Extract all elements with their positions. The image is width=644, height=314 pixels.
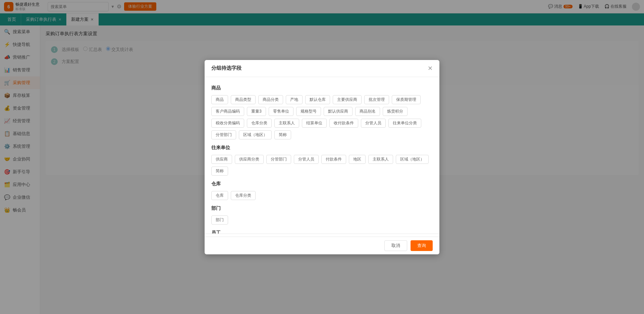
- tag-goods-16[interactable]: 仓库分类: [247, 119, 272, 128]
- tag-warehouse-1[interactable]: 仓库分类: [231, 191, 256, 200]
- modal-close-btn[interactable]: ✕: [428, 65, 433, 72]
- section-title-partner: 往来单位: [211, 145, 433, 151]
- tag-warehouse-0[interactable]: 仓库: [211, 191, 228, 200]
- tag-goods-4[interactable]: 默认仓库: [305, 95, 330, 104]
- tag-partner-5[interactable]: 地区: [349, 155, 366, 164]
- tag-department-0[interactable]: 部门: [211, 215, 228, 225]
- tag-goods-7[interactable]: 保质期管理: [392, 95, 421, 104]
- tag-partner-1[interactable]: 供应商分类: [235, 155, 264, 164]
- section-title-department: 部门: [211, 205, 433, 211]
- tag-partner-3[interactable]: 分管人员: [294, 155, 319, 164]
- tag-goods-21[interactable]: 往来单位分类: [388, 119, 421, 128]
- section-title-warehouse: 仓库: [211, 181, 433, 187]
- tag-goods-0[interactable]: 商品: [211, 95, 228, 104]
- tag-goods-18[interactable]: 结算单位: [302, 119, 327, 128]
- tag-partner-4[interactable]: 付款条件: [321, 155, 346, 164]
- tag-goods-19[interactable]: 收付款条件: [329, 119, 358, 128]
- tag-goods-20[interactable]: 分管人员: [361, 119, 386, 128]
- tag-grid-warehouse: 仓库 仓库分类: [211, 191, 433, 200]
- section-title-goods: 商品: [211, 85, 433, 91]
- tag-goods-9[interactable]: 重量3: [247, 107, 266, 116]
- tag-goods-12[interactable]: 默认供应商: [324, 107, 353, 116]
- modal-overlay: 分组待选字段 ✕ 商品 商品 商品类型 商品分类 产地 默认仓库 主要供应商 批…: [0, 0, 644, 314]
- tag-grid-department: 部门: [211, 215, 433, 225]
- tag-goods-11[interactable]: 规格型号: [296, 107, 321, 116]
- tag-partner-7[interactable]: 区域（地区）: [396, 155, 429, 164]
- tag-goods-17[interactable]: 主联系人: [274, 119, 299, 128]
- tag-goods-24[interactable]: 简称: [274, 130, 291, 139]
- tag-goods-22[interactable]: 分管部门: [211, 130, 236, 139]
- modal-body: 商品 商品 商品类型 商品分类 产地 默认仓库 主要供应商 批次管理 保质期管理…: [205, 77, 439, 234]
- tag-grid-goods: 商品 商品类型 商品分类 产地 默认仓库 主要供应商 批次管理 保质期管理 客户…: [211, 95, 433, 139]
- tag-goods-2[interactable]: 商品分类: [258, 95, 283, 104]
- section-title-employee: 员工: [211, 230, 433, 234]
- tag-goods-23[interactable]: 区域（地区）: [239, 130, 272, 139]
- tag-goods-3[interactable]: 产地: [286, 95, 303, 104]
- tag-goods-13[interactable]: 商品别名: [355, 107, 380, 116]
- tag-goods-14[interactable]: 炼货积分: [383, 107, 408, 116]
- cancel-btn[interactable]: 取消: [384, 240, 407, 251]
- tag-partner-8[interactable]: 简称: [211, 167, 228, 176]
- modal-footer: 取消 查询: [205, 237, 439, 254]
- tag-partner-6[interactable]: 主联系人: [368, 155, 393, 164]
- tag-goods-10[interactable]: 零售单位: [269, 107, 293, 116]
- tag-goods-6[interactable]: 批次管理: [364, 95, 389, 104]
- field-select-modal: 分组待选字段 ✕ 商品 商品 商品类型 商品分类 产地 默认仓库 主要供应商 批…: [205, 60, 439, 254]
- modal-title: 分组待选字段: [211, 65, 241, 71]
- tag-goods-8[interactable]: 客户商品编码: [211, 107, 244, 116]
- modal-header: 分组待选字段 ✕: [205, 60, 439, 77]
- tag-partner-2[interactable]: 分管部门: [266, 155, 291, 164]
- tag-goods-5[interactable]: 主要供应商: [333, 95, 362, 104]
- confirm-btn[interactable]: 查询: [411, 240, 433, 251]
- tag-goods-15[interactable]: 税收分类编码: [211, 119, 244, 128]
- tag-grid-partner: 供应商 供应商分类 分管部门 分管人员 付款条件 地区 主联系人 区域（地区） …: [211, 155, 433, 176]
- tag-goods-1[interactable]: 商品类型: [231, 95, 256, 104]
- tag-partner-0[interactable]: 供应商: [211, 155, 232, 164]
- modal-hscroll[interactable]: [205, 234, 439, 237]
